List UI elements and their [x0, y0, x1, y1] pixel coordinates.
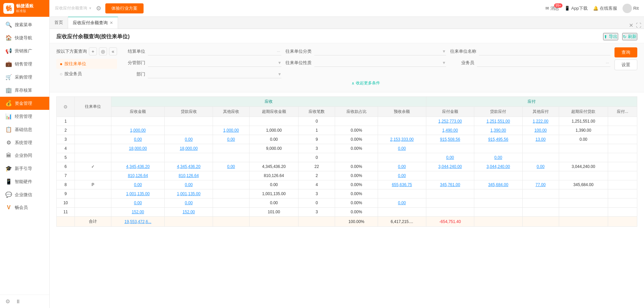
total-ar-amount[interactable]: 19,553,472,6...: [111, 217, 164, 227]
nav-by-unit[interactable]: ● 按往来单位: [56, 59, 117, 69]
cell-ap_other[interactable]: 77.00: [522, 180, 559, 189]
header-settings-icon[interactable]: ⚙: [96, 5, 101, 12]
messages-button[interactable]: ✉ 消息 99+: [545, 5, 559, 11]
cell-ap_other[interactable]: 100.00: [522, 126, 559, 135]
salesperson-input[interactable]: [477, 59, 604, 67]
unit-category-input[interactable]: [314, 47, 442, 55]
sidebar-item-search-menu[interactable]: 🔍 搜索菜单: [0, 18, 49, 31]
sidebar-item-sales[interactable]: 💼 销售管理: [0, 57, 49, 71]
cell-ap_loan[interactable]: 0.00: [474, 153, 523, 162]
sidebar-item-guide[interactable]: 🎓 新手引导: [0, 162, 49, 175]
cell-ar_amount[interactable]: 0.00: [111, 180, 164, 189]
cell-prepay[interactable]: 2,153,333.00: [378, 135, 426, 144]
search-grid-row2: 分管部门 ▼ 往来单位性质 ▼: [121, 59, 610, 67]
sidebar-item-operations[interactable]: 📊 经营管理: [0, 110, 49, 123]
cell-ar_loan[interactable]: 0.00: [165, 180, 213, 189]
cell-ap_amount[interactable]: 1,490.00: [426, 126, 474, 135]
cell-ar_amount[interactable]: 0.00: [111, 135, 164, 144]
settlement-unit-ellipsis[interactable]: ···: [275, 49, 281, 54]
refresh-button[interactable]: ↻ 刷新: [622, 33, 637, 40]
sidebar-item-marketing[interactable]: 📢 营销推广: [0, 44, 49, 57]
sidebar-item-smart-hw[interactable]: 📱 智能硬件: [0, 175, 49, 188]
cell-prepay[interactable]: 0.00: [378, 199, 426, 208]
collapse-row[interactable]: ∧ 收起更多条件: [121, 78, 610, 88]
add-scheme-btn[interactable]: +: [89, 47, 97, 55]
cell-ar_loan[interactable]: 4,345,436.20: [165, 162, 213, 171]
unit-nature-input[interactable]: [314, 59, 442, 67]
scheme-collapse-btn[interactable]: «: [109, 47, 117, 55]
cell-ap_amount[interactable]: 345,761.00: [426, 180, 474, 189]
dept-arrow[interactable]: ▼: [277, 72, 281, 77]
cell-ap_loan[interactable]: 3,044,240.00: [474, 162, 523, 171]
nav-by-staff[interactable]: ○ 按业务员: [56, 69, 117, 79]
cell-ap_amount[interactable]: 915,508.56: [426, 135, 474, 144]
cell-ap_amount[interactable]: 1,252,773.00: [426, 117, 474, 126]
cell-ar_ratio: 0.00%: [335, 126, 378, 135]
cell-ap_other[interactable]: 1,222.00: [522, 117, 559, 126]
tab-home[interactable]: 首页: [50, 16, 68, 29]
cell-ar_loan[interactable]: 152.00: [165, 208, 213, 217]
sidebar-item-purchase[interactable]: 🛒 采购管理: [0, 71, 49, 84]
sidebar-settings-icon[interactable]: ⚙: [5, 298, 10, 305]
th-settings[interactable]: ⚙: [57, 97, 75, 117]
setting-button[interactable]: 设置: [614, 59, 637, 70]
cell-prepay[interactable]: 0.00: [378, 162, 426, 171]
cell-ar_loan[interactable]: 0.00: [165, 135, 213, 144]
cell-ar_loan[interactable]: 1,001,135.00: [165, 189, 213, 199]
cell-ar_loan[interactable]: 810,126.64: [165, 171, 213, 180]
cell-ar_loan[interactable]: 18,000.00: [165, 144, 213, 153]
sidebar-item-wechat[interactable]: 💬 企业微信: [0, 188, 49, 201]
sidebar-item-vip[interactable]: V 畅会员: [0, 201, 49, 214]
sidebar-collapse-icon[interactable]: ⏸: [15, 299, 21, 305]
cell-ar_other[interactable]: 0.00: [213, 135, 249, 144]
cell-ap_loan[interactable]: 915,495.56: [474, 135, 523, 144]
tab-close-icon[interactable]: ✕: [110, 20, 113, 25]
tab-close-all-icon[interactable]: ✕: [629, 22, 633, 29]
trial-button[interactable]: 体验行业方案: [105, 3, 144, 13]
cell-ar_amount[interactable]: 1,000.00: [111, 126, 164, 135]
cell-ar_amount[interactable]: 152.00: [111, 208, 164, 217]
cell-ap_loan[interactable]: 345,684.00: [474, 180, 523, 189]
dept-manager-input[interactable]: [148, 59, 277, 67]
cell-ar_amount[interactable]: 810,126.64: [111, 171, 164, 180]
cell-ap_other[interactable]: 0.00: [522, 162, 559, 171]
cell-ap_other[interactable]: 13.00: [522, 135, 559, 144]
unit-category-arrow[interactable]: ▼: [442, 49, 446, 54]
cell-ar_other[interactable]: 1,000.00: [213, 126, 249, 135]
tab-expand-icon[interactable]: ⛶: [636, 23, 641, 29]
sidebar-item-system[interactable]: ⚙ 系统管理: [0, 136, 49, 149]
cell-ar_loan[interactable]: 0.00: [165, 199, 213, 208]
cell-ar_amount[interactable]: 4,345,436.20: [111, 162, 164, 171]
settlement-unit-input[interactable]: [148, 47, 275, 55]
cell-ap_amount[interactable]: 3,044,240.00: [426, 162, 474, 171]
sidebar-item-enterprise[interactable]: 🏛 企业协同: [0, 149, 49, 162]
cell-ap_more: [608, 180, 637, 189]
dept-input[interactable]: [148, 70, 277, 78]
cell-ap_loan[interactable]: 1,251,551.00: [474, 117, 523, 126]
cell-prepay[interactable]: 655,636.75: [378, 180, 426, 189]
query-button[interactable]: 查询: [614, 47, 637, 57]
unit-nature-arrow[interactable]: ▼: [442, 60, 446, 65]
salesperson-ellipsis[interactable]: ···: [604, 60, 610, 65]
cell-ar_amount[interactable]: 18,000.00: [111, 144, 164, 153]
cell-ar_amount[interactable]: 1,001,135.00: [111, 189, 164, 199]
scheme-settings-btn[interactable]: ◎: [99, 47, 107, 55]
online-service-button[interactable]: 🔔 在线客服: [593, 5, 617, 11]
sidebar-item-finance[interactable]: 💰 资金管理: [0, 97, 49, 110]
cell-prepay[interactable]: 0.00: [378, 144, 426, 153]
cell-prepay[interactable]: 0.00: [378, 171, 426, 180]
cell-ar_amount[interactable]: 0.00: [111, 199, 164, 208]
sidebar-item-quick-nav[interactable]: 🏠 快捷导航: [0, 31, 49, 44]
sidebar-item-basic-info[interactable]: 📋 基础信息: [0, 123, 49, 136]
unit-name-input[interactable]: [479, 47, 610, 55]
table-settings-icon[interactable]: ⚙: [63, 104, 68, 109]
tab-ar-ap[interactable]: 应收应付余额查询 ✕: [68, 16, 118, 29]
sidebar-item-inventory[interactable]: 🏢 库存核算: [0, 84, 49, 97]
dept-manager-arrow[interactable]: ▼: [277, 60, 281, 65]
export-button[interactable]: ⬆ 导出: [603, 33, 618, 40]
app-download-button[interactable]: 📱 App下载: [565, 5, 588, 11]
cell-ap_amount[interactable]: 0.00: [426, 153, 474, 162]
cell-ap_loan[interactable]: 1,390.00: [474, 126, 523, 135]
cell-ar_other[interactable]: 0.00: [213, 162, 249, 171]
user-avatar-area[interactable]: Rit: [623, 4, 639, 13]
